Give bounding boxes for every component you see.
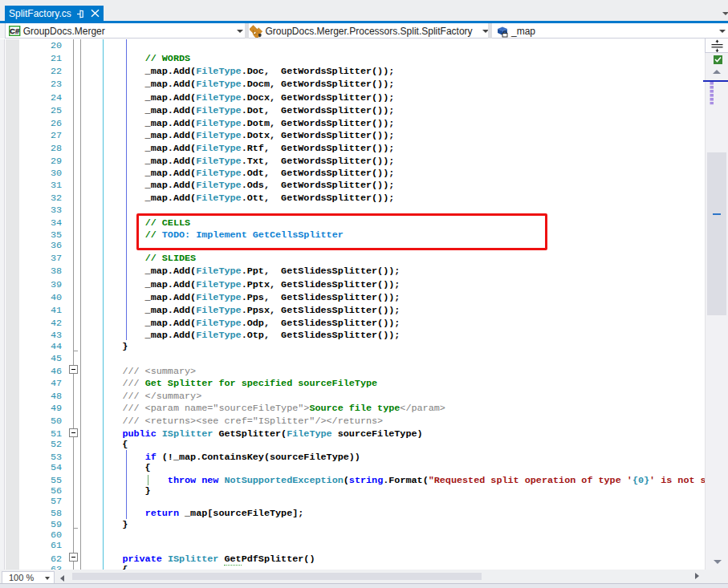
svg-text:C#: C# <box>10 26 20 35</box>
